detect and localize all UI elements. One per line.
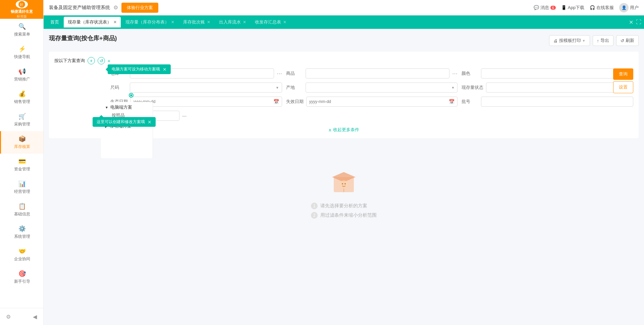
scheme-group-pc-title[interactable]: ▼ 电脑端方案 — [105, 103, 149, 111]
tooltip-close-edit-button[interactable]: ✕ — [148, 119, 152, 125]
filter-field-expire-date: 失效日期 📅 — [286, 97, 458, 107]
expand-tabs-button[interactable]: ⛶ — [636, 19, 641, 25]
expire-date-label: 失效日期 — [286, 99, 304, 105]
tabs-bar: 首页 现存量（库存状况表） ✕ 现存量（库存分布表） ✕ 库存批次账 ✕ 出入库… — [44, 15, 644, 29]
empty-step-2: 2 用过滤条件来缩小分析范围 — [311, 212, 377, 219]
tab-collect-summary-label: 收发存汇总表 — [255, 19, 281, 25]
support-button[interactable]: 🎧 在线客服 — [590, 5, 614, 11]
size-select[interactable]: ▼ — [130, 83, 282, 93]
sidebar-item-marketing[interactable]: 📢 营销推广 — [0, 64, 43, 86]
filter-header-label: 按以下方案查询 — [54, 58, 85, 64]
sidebar-item-sales[interactable]: 💰 销售管理 — [0, 86, 43, 109]
refresh-scheme-button[interactable]: ↺ — [98, 57, 105, 64]
sidebar-item-newbie[interactable]: 🎯 新手引导 — [0, 266, 43, 288]
empty-step-1: 1 请先选择要分析的方案 — [311, 203, 377, 209]
user-menu-button[interactable]: 👤 用户 — [619, 3, 639, 12]
collapse-sidebar-button[interactable]: ◀ — [30, 312, 40, 322]
scheme-panel: ▼ 电脑端方案 按照品 ▶ 移动端方案 — [101, 102, 153, 158]
warehouse-dots[interactable]: ⋯ — [277, 70, 282, 77]
produce-date-input[interactable] — [133, 99, 272, 104]
color-select[interactable]: ▼ — [481, 68, 633, 78]
step-2-label: 用过滤条件来缩小分析范围 — [320, 212, 377, 218]
header-settings-icon[interactable]: ⚙ — [113, 4, 118, 11]
close-all-tabs-button[interactable]: ✕ — [629, 19, 633, 25]
calendar-icon[interactable]: 📅 — [449, 99, 454, 104]
add-scheme-button[interactable]: + — [88, 57, 95, 64]
tab-close-icon[interactable]: ✕ — [171, 20, 174, 24]
sidebar-item-system[interactable]: ⚙️ 系统管理 — [0, 221, 43, 243]
chevron-up-icon: ∧ — [328, 127, 332, 132]
template-print-button[interactable]: 🖨 按模板打印 ▼ — [549, 35, 590, 46]
refresh-button[interactable]: ↺ 刷新 — [616, 35, 639, 46]
svg-text:好: 好 — [20, 3, 23, 6]
tooltip-text-pc: 电脑方案可设为移动方案哦 — [112, 66, 160, 72]
tab-close-icon[interactable]: ✕ — [207, 20, 210, 24]
scheme-group-pc-label: 电脑端方案 — [110, 104, 132, 110]
sidebar-item-label: 采购管理 — [14, 121, 30, 127]
sidebar-logo: 好 畅捷通好生意 标准版 — [0, 0, 43, 19]
sidebar-item-label: 快捷导航 — [14, 54, 30, 60]
query-button[interactable]: 查询 — [613, 68, 633, 80]
scheme-arrow-button[interactable]: « — [108, 58, 110, 63]
logo-icon: 好 — [16, 0, 28, 8]
logo-sub: 标准版 — [17, 14, 27, 19]
sidebar-item-basic[interactable]: 📋 基础信息 — [0, 199, 43, 221]
filter-field-goods: 商品 ⋯ — [286, 68, 458, 78]
page-title: 现存量查询(按仓库+商品) — [49, 34, 117, 42]
sidebar-item-operation[interactable]: 📊 经营管理 — [0, 176, 43, 199]
sidebar-item-purchase[interactable]: 🛒 采购管理 — [0, 109, 43, 131]
sidebar-item-finance[interactable]: 💳 资金管理 — [0, 154, 43, 176]
export-button[interactable]: ↑ 导出 — [593, 35, 614, 46]
money-icon: 💰 — [18, 90, 26, 98]
tab-close-icon[interactable]: ✕ — [113, 20, 117, 24]
sidebar-item-label: 经营管理 — [14, 189, 30, 195]
tab-close-icon[interactable]: ✕ — [243, 20, 246, 24]
tab-home[interactable]: 首页 — [46, 17, 63, 28]
header-right: 💬 消息 6 📱 App下载 🎧 在线客服 👤 用户 — [534, 3, 639, 12]
tab-inventory-status[interactable]: 现存量（库存状况表） ✕ — [64, 17, 121, 28]
trial-button[interactable]: 体验行业方案 — [121, 3, 158, 13]
filter-field-batch: 批号 — [462, 97, 633, 107]
settings-icon: ⚙ — [6, 314, 11, 320]
tab-batch-account[interactable]: 库存批次账 ✕ — [179, 17, 214, 28]
filter-row-2: 尺码 ▼ 产地 ▼ — [110, 83, 633, 93]
cart-icon: 🛒 — [18, 113, 26, 120]
app-download-button[interactable]: 📱 App下载 — [561, 5, 584, 11]
page-content: 现存量查询(按仓库+商品) 🖨 按模板打印 ▼ ↑ 导出 ↺ 刷新 — [44, 29, 644, 325]
scheme-tooltip-edit: 这里可以创建和修改方案哦 ✕ — [93, 117, 156, 127]
inventory-status-label: 现存量状态 — [462, 85, 483, 91]
expire-date-range[interactable]: 📅 — [306, 97, 458, 107]
filter-field-size: 尺码 ▼ — [110, 83, 282, 93]
collapse-label: 收起更多条件 — [333, 127, 359, 133]
settings-button[interactable]: ⚙ — [3, 312, 13, 322]
sidebar-item-enterprise[interactable]: 🤝 企业协同 — [0, 243, 43, 266]
support-label: 在线客服 — [596, 5, 614, 11]
illustration — [327, 164, 361, 197]
filter-date-row: 生产日期 📅 失效日期 📅 — [110, 97, 633, 107]
expire-date-input[interactable] — [309, 99, 448, 104]
tab-inout-flow-label: 出入库流水 — [219, 19, 241, 25]
goods-select[interactable] — [306, 68, 450, 78]
sidebar-item-quicknav[interactable]: ⚡ 快捷导航 — [0, 41, 43, 64]
tab-collect-summary[interactable]: 收发存汇总表 ✕ — [251, 17, 290, 28]
set-button[interactable]: 设置 — [613, 81, 633, 93]
tab-inout-flow[interactable]: 出入库流水 ✕ — [215, 17, 250, 28]
tab-close-icon[interactable]: ✕ — [283, 20, 286, 24]
tooltip-close-button[interactable]: ✕ — [163, 67, 167, 72]
message-button[interactable]: 💬 消息 6 — [534, 5, 556, 11]
origin-select[interactable]: ▼ — [306, 83, 458, 93]
refresh-label: 刷新 — [626, 38, 634, 44]
search-icon: 🔍 — [18, 23, 26, 30]
sidebar-item-search[interactable]: 🔍 搜索菜单 — [0, 19, 43, 41]
main-area: 装备及固定资产辅助管理系统 ⚙ 体验行业方案 💬 消息 6 📱 App下载 🎧 … — [44, 0, 644, 325]
produce-date-range[interactable]: 📅 — [130, 97, 282, 107]
scheme-tooltip-pc: 电脑方案可设为移动方案哦 ✕ — [108, 64, 171, 74]
batch-input[interactable] — [481, 97, 633, 107]
step-num-1: 1 — [311, 203, 318, 209]
calendar-icon[interactable]: 📅 — [273, 99, 279, 104]
inventory-status-select[interactable]: ▼ — [486, 83, 633, 93]
phone-icon: 📱 — [561, 5, 567, 10]
tab-inventory-dist[interactable]: 现存量（库存分布表） ✕ — [121, 17, 178, 28]
sidebar-item-inventory[interactable]: 📦 库存核算 — [0, 131, 43, 154]
goods-dots[interactable]: ⋯ — [452, 70, 458, 77]
